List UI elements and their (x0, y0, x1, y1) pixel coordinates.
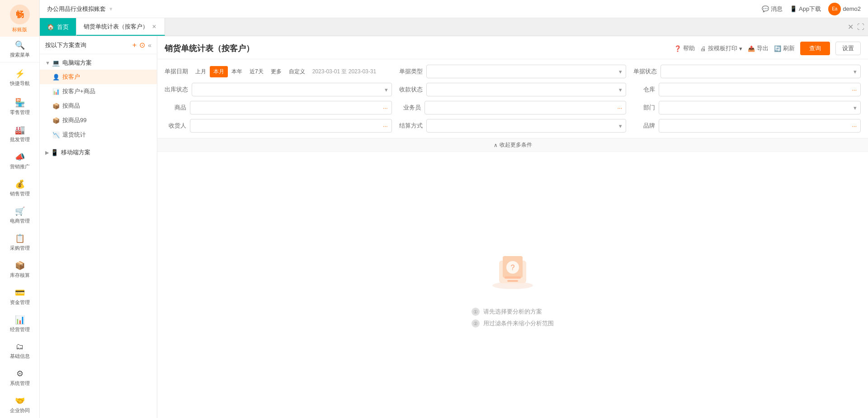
pc-icon: 💻 (52, 59, 60, 66)
app-download-label: App下载 (799, 5, 821, 13)
sidebar-item-caigou[interactable]: 📋 采购管理 (0, 229, 39, 256)
recipient-input[interactable]: ··· (190, 119, 392, 133)
help-icon: ❓ (674, 45, 681, 52)
hint-num-2: ② (472, 319, 480, 328)
user-avatar: Ea (828, 3, 841, 15)
jingying-icon: 📊 (15, 315, 25, 325)
sidebar-item-yingxiao[interactable]: 📣 营销推广 (0, 147, 39, 175)
kuaijie-icon: ⚡ (15, 69, 25, 79)
scheme-add-btn[interactable]: + (132, 41, 137, 49)
recipient-label: 收货人 (165, 122, 190, 130)
logo-area: 畅 标账版 (0, 0, 39, 37)
scheme-item-by-goods-99[interactable]: 📦 按商品99 (40, 113, 157, 128)
user-profile[interactable]: Ea demo2 (828, 3, 861, 15)
sidebar-item-jingying[interactable]: 📊 经营管理 (0, 310, 39, 337)
dianshang-icon: 🛒 (15, 206, 25, 216)
sidebar-item-kuaijie[interactable]: ⚡ 快捷导航 (0, 64, 39, 91)
scheme-settings-btn[interactable]: ⊙ (139, 41, 145, 49)
jingying-label: 经营管理 (10, 326, 30, 333)
sidebar-item-pifa[interactable]: 🏭 批发管理 (0, 120, 39, 147)
brand-ellipsis[interactable]: ··· (852, 123, 857, 129)
scheme-group-pc-header[interactable]: ▼ 💻 电脑端方案 (40, 56, 157, 70)
sidebar-item-qiye[interactable]: 🤝 企业协同 (0, 391, 39, 418)
print-arrow: ▾ (739, 45, 742, 52)
query-btn[interactable]: 查询 (800, 42, 830, 55)
goods-ellipsis[interactable]: ··· (383, 104, 388, 111)
date-tab-this-year[interactable]: 本年 (228, 66, 246, 77)
date-range-display: 2023-03-01 至 2023-03-31 (312, 68, 376, 76)
date-tabs: 上月 本月 本年 近7天 更多 自定义 2023-03-01 至 2023-03… (192, 66, 376, 77)
tab-close-all-btn[interactable]: ✕ (848, 23, 854, 31)
payment-arrow: ▾ (619, 123, 622, 129)
app-download-btn[interactable]: 📱 App下载 (790, 5, 821, 13)
tab-fullscreen-btn[interactable]: ⛶ (857, 23, 864, 31)
out-status-input[interactable]: ▾ (192, 83, 392, 96)
receipt-status-input[interactable]: ▾ (426, 83, 627, 96)
collapse-bar[interactable]: ∧ 收起更多条件 (157, 138, 868, 152)
scheme-item-by-customer-goods[interactable]: 📊 按客户+商品 (40, 84, 157, 99)
sidebar-item-lingshou[interactable]: 🏪 零售管理 (0, 93, 39, 120)
tab-home-icon: 🏠 (47, 24, 54, 30)
payment-label: 结算方式 (399, 122, 426, 130)
salesperson-input[interactable]: ··· (425, 101, 627, 114)
department-input[interactable]: ▾ (659, 101, 861, 114)
sidebar-item-xitong[interactable]: ⚙ 系统管理 (0, 364, 39, 391)
out-status-label: 出库状态 (165, 86, 192, 94)
kucun-icon: 📦 (15, 261, 25, 271)
sidebar-item-dianshang[interactable]: 🛒 电商管理 (0, 202, 39, 229)
tab-spacer (165, 18, 844, 36)
template-print-btn[interactable]: 🖨 按模板打印 ▾ (700, 44, 742, 52)
scheme-item-returns[interactable]: 📉 退货统计 (40, 128, 157, 142)
filter-area: 单据日期 上月 本月 本年 近7天 更多 自定义 2023-03-01 至 20… (157, 59, 868, 138)
scheme-title: 按以下方案查询 (45, 41, 86, 49)
doc-type-input[interactable]: ▾ (426, 65, 627, 78)
pifa-icon: 🏭 (15, 125, 25, 135)
export-btn[interactable]: 📤 导出 (748, 44, 769, 52)
tab-home[interactable]: 🏠 首页 (40, 18, 76, 36)
goods-input[interactable]: ··· (190, 101, 392, 114)
scheme-group-mobile-header[interactable]: ▶ 📱 移动端方案 (40, 146, 157, 159)
date-tab-this-month[interactable]: 本月 (210, 66, 228, 77)
filter-recipient: 收货人 ··· (165, 119, 392, 133)
date-tab-more[interactable]: 更多 (267, 66, 285, 77)
goods-control: ··· (190, 101, 392, 114)
lingshou-icon: 🏪 (15, 98, 25, 108)
logo-text: 标账版 (12, 26, 27, 33)
settings-btn[interactable]: 设置 (835, 42, 861, 55)
search-label: 搜索菜单 (10, 52, 30, 58)
sidebar-item-kucun[interactable]: 📦 库存核算 (0, 256, 39, 283)
scheme-item-by-goods[interactable]: 📦 按商品 (40, 99, 157, 113)
sidebar-item-xiaoshou[interactable]: 💰 销售管理 (0, 175, 39, 202)
warehouse-input[interactable]: ··· (659, 83, 861, 96)
date-tab-7days[interactable]: 近7天 (246, 66, 267, 77)
brand-input[interactable]: ··· (659, 119, 861, 133)
top-header: 办公用品行业模拟账套 ▾ 💬 消息 📱 App下载 Ea demo2 (40, 0, 868, 18)
sidebar-search[interactable]: 🔍 搜索菜单 (0, 37, 39, 62)
date-tab-last-month[interactable]: 上月 (192, 66, 210, 77)
doc-status-label: 单据状态 (633, 67, 660, 76)
returns-icon: 📉 (52, 132, 60, 138)
scheme-collapse-btn[interactable]: « (148, 42, 151, 49)
scheme-item-by-customer[interactable]: 👤 按客户 (40, 70, 157, 84)
filter-goods: 商品 ··· (165, 101, 392, 114)
doc-status-input[interactable]: ▾ (660, 65, 861, 78)
refresh-btn[interactable]: 🔄 刷新 (774, 44, 795, 52)
collapse-label: 收起更多条件 (500, 141, 532, 149)
salesperson-ellipsis[interactable]: ··· (618, 104, 623, 111)
page-title: 销货单统计表（按客户） (165, 43, 254, 54)
tab-close-btn[interactable]: ✕ (151, 24, 157, 30)
date-tab-custom[interactable]: 自定义 (285, 66, 309, 77)
recipient-ellipsis[interactable]: ··· (383, 123, 388, 129)
warehouse-ellipsis[interactable]: ··· (852, 86, 857, 93)
payment-input[interactable]: ▾ (426, 119, 627, 133)
sidebar-item-zijin[interactable]: 💳 资金管理 (0, 283, 39, 310)
sidebar-item-jichu[interactable]: 🗂 基础信息 (0, 337, 39, 364)
page-actions: ❓ 帮助 🖨 按模板打印 ▾ 📤 导出 🔄 刷新 (674, 42, 861, 55)
help-btn[interactable]: ❓ 帮助 (674, 44, 695, 52)
messages-btn[interactable]: 💬 消息 (762, 5, 783, 13)
tab-sales-stats-label: 销货单统计表（按客户） (84, 23, 148, 31)
messages-label: 消息 (771, 5, 783, 13)
doc-type-label: 单据类型 (399, 67, 426, 76)
export-label: 导出 (757, 44, 769, 52)
tab-sales-stats[interactable]: 销货单统计表（按客户） ✕ (76, 18, 165, 36)
